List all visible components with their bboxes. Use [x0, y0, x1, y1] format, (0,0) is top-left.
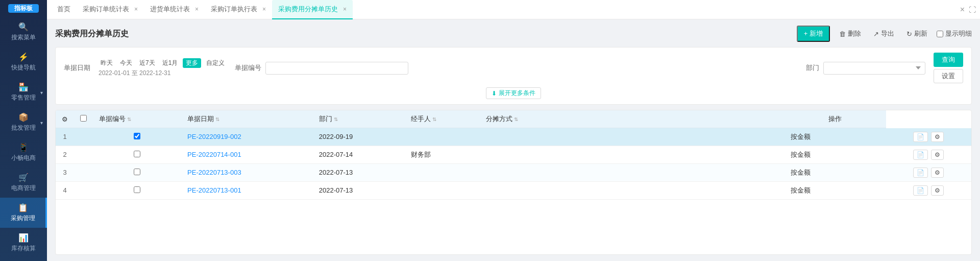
sort-handler[interactable]: 经手人 ⇅ [411, 114, 474, 124]
row-op-button[interactable]: ⚙ [931, 185, 944, 196]
row-checkbox-cell[interactable] [93, 181, 181, 199]
row-checkbox[interactable] [134, 151, 140, 157]
row-checkbox[interactable] [134, 169, 140, 175]
row-checkbox-cell[interactable] [93, 146, 181, 163]
expand-more-button[interactable]: ⬇ 展开更多条件 [486, 87, 541, 99]
doc-no-input[interactable] [265, 62, 408, 75]
row-doc-no-cell: PE-20220714-001 [181, 146, 313, 163]
col-doc-no[interactable]: 单据编号 ⇅ [93, 110, 181, 128]
row-op-button[interactable]: ⚙ [931, 132, 944, 142]
delete-label: 删除 [848, 29, 861, 38]
sort-dept[interactable]: 部门 ⇅ [319, 114, 399, 124]
query-button[interactable]: 查询 [934, 53, 963, 67]
row-checkbox[interactable] [134, 186, 140, 193]
tab-inbound-stats[interactable]: 进货单统计表 × [144, 0, 205, 19]
filter-area: 单据日期 昨天 今天 近7天 近1月 更多 自定义 2022-01-01 至 2… [55, 47, 972, 105]
row-actions: 📄 ⚙ [892, 132, 965, 142]
shortcut-yesterday[interactable]: 昨天 [99, 58, 115, 68]
col-split-method[interactable]: 分摊方式 ⇅ [480, 110, 785, 128]
doc-no-link[interactable]: PE-20220714-001 [187, 151, 241, 158]
row-number: 4 [56, 181, 74, 199]
doc-no-link[interactable]: PE-20220713-003 [187, 169, 241, 176]
row-handler-cell [480, 181, 785, 199]
maximize-window-icon[interactable]: ⛶ [969, 6, 976, 14]
shortcut-more[interactable]: 更多 [183, 58, 201, 68]
sidebar-logo: 指标板 [8, 4, 39, 13]
tab-close-icon[interactable]: × [134, 6, 138, 13]
row-view-button[interactable]: 📄 [913, 150, 928, 160]
sidebar-item-finance[interactable]: 💰 资金管理 [0, 258, 47, 261]
sidebar-item-mobile[interactable]: 📱 小畅电商 [0, 137, 47, 168]
row-action-cell: 📄 ⚙ [886, 128, 971, 146]
tab-purchase-order-stats[interactable]: 采购订单统计表 × [77, 0, 144, 19]
col-checkbox [74, 110, 93, 128]
refresh-button[interactable]: ↻ 刷新 [903, 27, 930, 40]
row-doc-no-cell: PE-20220713-003 [181, 163, 313, 181]
doc-no-label: 单据编号 [235, 63, 261, 73]
row-gear-cell [74, 163, 93, 181]
tab-purchase-fee-split[interactable]: 采购费用分摊单历史 × [272, 0, 353, 19]
refresh-icon: ↻ [906, 30, 912, 38]
sidebar-item-search[interactable]: 🔍 搜索菜单 [0, 17, 47, 47]
sort-split-method[interactable]: 分摊方式 ⇅ [486, 114, 778, 124]
sidebar-item-shortcut[interactable]: ⚡ 快捷导航 [0, 47, 47, 77]
row-number: 1 [56, 128, 74, 146]
show-cols-input[interactable] [937, 31, 943, 37]
col-split-method-label: 分摊方式 [486, 114, 512, 124]
row-number: 3 [56, 163, 74, 181]
sidebar-item-wholesale[interactable]: 📦 批发管理 ▾ [0, 107, 47, 137]
sidebar-item-retail[interactable]: 🏪 零售管理 ▾ [0, 77, 47, 107]
dept-select[interactable]: 财务部 [823, 62, 925, 75]
col-dept[interactable]: 部门 ⇅ [313, 110, 405, 128]
col-doc-date[interactable]: 单据日期 ⇅ [181, 110, 313, 128]
tab-close-icon[interactable]: × [195, 6, 199, 13]
tab-label: 采购订单统计表 [83, 5, 129, 14]
shortcut-7days[interactable]: 近7天 [137, 58, 157, 68]
export-label: 导出 [881, 29, 894, 38]
table-body: 1 PE-20220919-002 2022-09-19 按金额 📄 ⚙ 2 [56, 128, 971, 200]
row-checkbox-cell[interactable] [93, 128, 181, 146]
shortcut-today[interactable]: 今天 [118, 58, 134, 68]
sidebar: 指标板 🔍 搜索菜单 ⚡ 快捷导航 🏪 零售管理 ▾ 📦 批发管理 ▾ 📱 小畅… [0, 0, 47, 261]
row-op-button[interactable]: ⚙ [931, 168, 944, 178]
settings-button[interactable]: 设置 [934, 69, 963, 83]
add-button[interactable]: + 新增 [797, 26, 830, 42]
sidebar-item-purchase[interactable]: 📋 采购管理 [0, 198, 47, 228]
row-view-button[interactable]: 📄 [913, 168, 928, 178]
select-all-checkbox[interactable] [80, 115, 87, 122]
sort-doc-no[interactable]: 单据编号 ⇅ [99, 114, 175, 124]
tab-bar: 首页 采购订单统计表 × 进货单统计表 × 采购订单执行表 × 采购费用分摊单历… [47, 0, 980, 19]
retail-icon: 🏪 [18, 82, 29, 92]
row-view-button[interactable]: 📄 [913, 132, 928, 142]
row-gear-cell [74, 181, 93, 199]
sort-doc-date[interactable]: 单据日期 ⇅ [187, 114, 307, 124]
export-button[interactable]: ↗ 导出 [870, 27, 897, 40]
shortcut-custom[interactable]: 自定义 [204, 58, 227, 68]
close-window-icon[interactable]: × [960, 5, 965, 14]
sidebar-item-inventory[interactable]: 📊 库存核算 [0, 228, 47, 258]
row-op-button[interactable]: ⚙ [931, 150, 944, 160]
row-view-button[interactable]: 📄 [913, 185, 928, 196]
sidebar-item-label: 库存核算 [11, 244, 36, 253]
row-actions: 📄 ⚙ [892, 150, 965, 160]
shortcut-1month[interactable]: 近1月 [160, 58, 180, 68]
row-checkbox-cell[interactable] [93, 163, 181, 181]
tab-purchase-order-exec[interactable]: 采购订单执行表 × [205, 0, 272, 19]
chevron-down-icon: ▾ [40, 89, 43, 95]
sort-doc-date-icon: ⇅ [215, 116, 219, 122]
sidebar-item-label: 搜索菜单 [11, 33, 36, 42]
col-handler[interactable]: 经手人 ⇅ [405, 110, 480, 128]
col-gear[interactable]: ⚙ [56, 110, 74, 128]
data-table-container: ⚙ 单据编号 ⇅ 单据日期 [55, 110, 972, 255]
tab-close-icon[interactable]: × [262, 6, 266, 13]
tab-home[interactable]: 首页 [51, 0, 77, 19]
row-number: 2 [56, 146, 74, 163]
row-checkbox[interactable] [134, 133, 140, 139]
tab-close-icon[interactable]: × [343, 6, 347, 13]
delete-button[interactable]: 🗑 删除 [836, 27, 864, 40]
doc-no-link[interactable]: PE-20220919-002 [187, 133, 241, 140]
doc-no-link[interactable]: PE-20220713-001 [187, 186, 241, 194]
sidebar-item-ecommerce[interactable]: 🛒 电商管理 [0, 168, 47, 198]
table-row: 2 PE-20220714-001 2022-07-14 财务部 按金额 📄 ⚙ [56, 146, 971, 163]
show-cols-checkbox[interactable]: 显示明细 [937, 29, 972, 38]
